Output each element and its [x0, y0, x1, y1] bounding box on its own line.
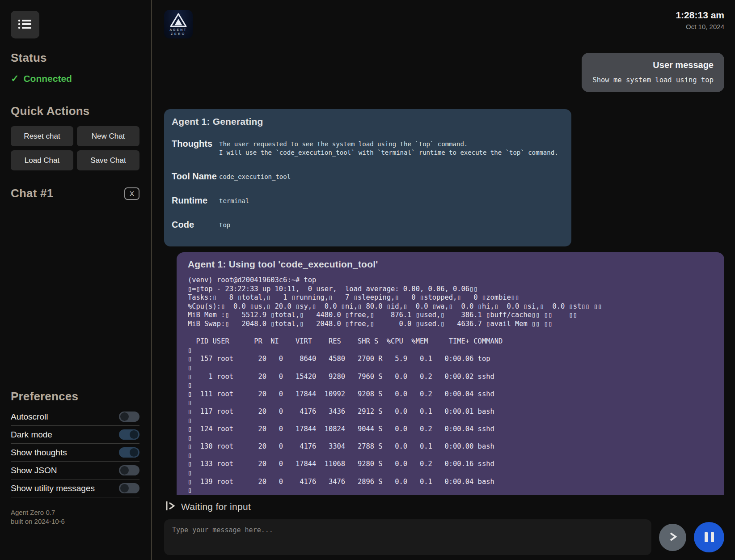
- code-row: Code top: [172, 220, 561, 229]
- pref-label: Autoscroll: [11, 412, 48, 422]
- preferences-heading: Preferences: [11, 390, 139, 403]
- show-json-toggle[interactable]: [119, 465, 139, 475]
- build-date-line: built on 2024-10-6: [11, 517, 139, 526]
- svg-text:ZERO: ZERO: [171, 32, 186, 35]
- show-utility-toggle[interactable]: [119, 483, 139, 493]
- show-thoughts-toggle[interactable]: [119, 447, 139, 458]
- tool-name-value: code_execution_tool: [219, 171, 561, 181]
- toggle-knob: [120, 484, 129, 492]
- status-heading: Status: [11, 51, 139, 65]
- version-line: Agent Zero 0.7: [11, 508, 139, 517]
- quick-actions-heading: Quick Actions: [11, 104, 139, 118]
- agent-status-row: Waiting for input: [165, 500, 724, 514]
- toggle-knob: [130, 448, 138, 457]
- agent-generating-card: Agent 1: Generating Thoughts The user re…: [164, 109, 571, 246]
- thoughts-row: Thoughts The user requested to see the s…: [172, 139, 561, 157]
- load-chat-button[interactable]: Load Chat: [11, 150, 73, 170]
- pref-label: Show JSON: [11, 466, 57, 475]
- pref-row-show-json[interactable]: Show JSON: [11, 462, 139, 479]
- chat-main: AGENT ZERO 1:28:13 am Oct 10, 2024 User …: [152, 0, 735, 560]
- code-value: top: [219, 220, 561, 229]
- reset-chat-button[interactable]: Reset chat: [11, 126, 73, 146]
- toggle-knob: [120, 412, 129, 421]
- dark-mode-toggle[interactable]: [119, 429, 139, 440]
- thoughts-value: The user requested to see the system loa…: [219, 139, 561, 157]
- send-button[interactable]: [659, 524, 686, 551]
- runtime-value: terminal: [219, 195, 561, 205]
- close-chat-button[interactable]: X: [124, 187, 139, 200]
- agent-zero-logo: AGENT ZERO: [164, 10, 193, 38]
- pref-row-show-utility[interactable]: Show utility messages: [11, 479, 139, 497]
- input-section: Waiting for input: [152, 496, 735, 560]
- agent-generating-fields: Thoughts The user requested to see the s…: [172, 139, 561, 229]
- chat-header-row: AGENT ZERO 1:28:13 am Oct 10, 2024: [164, 10, 724, 38]
- close-icon: X: [130, 190, 134, 197]
- terminal-output: (venv) root@d200419603c6:~# top ▯=▯top -…: [188, 276, 715, 495]
- pref-label: Show utility messages: [11, 484, 95, 493]
- message-input[interactable]: [164, 519, 651, 555]
- prompt-icon: [165, 500, 176, 514]
- tool-name-label: Tool Name: [172, 171, 219, 181]
- chat-history[interactable]: AGENT ZERO 1:28:13 am Oct 10, 2024 User …: [152, 0, 735, 496]
- connection-status: ✓ Connected: [11, 73, 139, 85]
- sidebar: Status ✓ Connected Quick Actions Reset c…: [0, 0, 152, 560]
- user-message-title: User message: [592, 60, 714, 70]
- agent-zero-logo-icon: AGENT ZERO: [165, 11, 191, 37]
- menu-button[interactable]: [11, 11, 39, 38]
- check-icon: ✓: [11, 73, 19, 85]
- svg-text:AGENT: AGENT: [169, 28, 187, 31]
- chat-title: Chat #1: [11, 187, 53, 200]
- version-info: Agent Zero 0.7 built on 2024-10-6: [11, 508, 139, 526]
- current-date: Oct 10, 2024: [676, 23, 724, 30]
- agent-generating-title: Agent 1: Generating: [172, 116, 561, 127]
- user-message-bubble: User message Show me system load using t…: [582, 53, 724, 92]
- runtime-row: Runtime terminal: [172, 195, 561, 205]
- clock: 1:28:13 am Oct 10, 2024: [676, 10, 724, 30]
- thoughts-label: Thoughts: [172, 139, 219, 148]
- save-chat-button[interactable]: Save Chat: [77, 150, 139, 170]
- user-message-text: Show me system load using top: [592, 76, 714, 84]
- pref-label: Show thoughts: [11, 448, 67, 458]
- chat-tab-row: Chat #1 X: [11, 187, 139, 200]
- quick-actions: Reset chat New Chat Load Chat Save Chat: [11, 126, 139, 170]
- toggle-knob: [130, 430, 138, 439]
- pause-icon: [705, 532, 708, 542]
- list-menu-icon: [17, 18, 33, 32]
- tool-execution-card: Agent 1: Using tool 'code_execution_tool…: [177, 252, 724, 495]
- tool-execution-title: Agent 1: Using tool 'code_execution_tool…: [188, 259, 715, 270]
- message-input-row: [164, 519, 724, 555]
- pause-icon: [711, 532, 714, 542]
- pref-label: Dark mode: [11, 430, 52, 440]
- runtime-label: Runtime: [172, 195, 219, 205]
- toggle-knob: [120, 466, 129, 475]
- send-icon: [666, 530, 680, 545]
- connection-status-label: Connected: [23, 73, 72, 84]
- agent-status-text: Waiting for input: [181, 501, 251, 512]
- pref-row-autoscroll[interactable]: Autoscroll: [11, 408, 139, 426]
- pref-row-show-thoughts[interactable]: Show thoughts: [11, 444, 139, 462]
- new-chat-button[interactable]: New Chat: [77, 126, 139, 146]
- tool-name-row: Tool Name code_execution_tool: [172, 171, 561, 181]
- current-time: 1:28:13 am: [676, 10, 724, 21]
- code-label: Code: [172, 220, 219, 229]
- pause-button[interactable]: [694, 522, 724, 552]
- sidebar-spacer: [11, 200, 139, 390]
- pref-row-dark-mode[interactable]: Dark mode: [11, 426, 139, 444]
- autoscroll-toggle[interactable]: [119, 412, 139, 422]
